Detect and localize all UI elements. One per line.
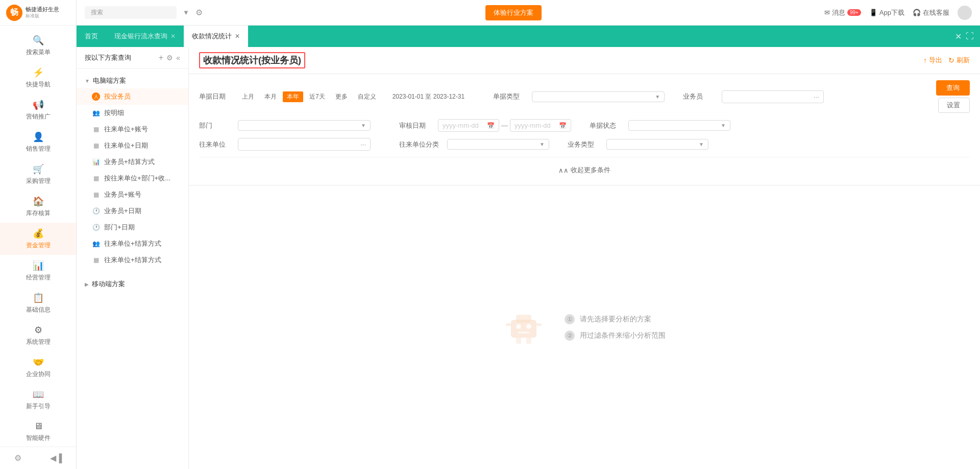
date-tab-more[interactable]: 更多	[331, 91, 352, 102]
quick-nav-icon: ⚡	[33, 67, 44, 78]
app-download-label: App下载	[879, 8, 904, 17]
sidebar-item-purchase[interactable]: 🛒 采购管理	[0, 158, 76, 191]
plan-item-salesman-settlement[interactable]: 📊 业务员+结算方式	[77, 154, 188, 170]
search-menu-icon: 🔍	[33, 35, 44, 46]
empty-hint-2: ② 用过滤条件来缩小分析范围	[565, 331, 666, 341]
sidebar-item-search[interactable]: 🔍 搜索菜单	[0, 30, 76, 62]
plan-table5-icon: ▦	[92, 256, 100, 264]
desktop-group-header[interactable]: ▼ 电脑端方案	[77, 73, 188, 88]
plan-item-salesman-account[interactable]: ▦ 业务员+账号	[77, 186, 188, 203]
tab-bank-close-icon[interactable]: ✕	[170, 33, 176, 40]
doc-status-select[interactable]: ▼	[628, 120, 730, 131]
plan-item-salesman-date[interactable]: 🕐 业务员+日期	[77, 203, 188, 219]
date-label: 单据日期	[199, 92, 230, 101]
plan-item-by-detail[interactable]: 👥 按明细	[77, 105, 188, 121]
filter-row-1: 单据日期 上月 本月 本年 近7天 更多 自定义 2023-01-01 至 20…	[199, 80, 970, 113]
plan-item-by-salesman[interactable]: 人 按业务员	[77, 88, 188, 105]
tab-collection-close-icon[interactable]: ✕	[235, 33, 240, 40]
collapse-up-icon: ∧∧	[558, 167, 569, 174]
settings-plan-icon[interactable]: ⚙	[166, 54, 173, 62]
business-type-select[interactable]: ▼	[606, 139, 708, 150]
sidebar-item-basic[interactable]: 📋 基础信息	[0, 287, 76, 319]
query-button[interactable]: 查询	[936, 80, 970, 96]
plan-item-counterpart-dept[interactable]: ▦ 按往来单位+部门+收...	[77, 170, 188, 186]
collapse-sidebar-icon[interactable]: ◀▐	[50, 453, 62, 463]
plan-item-counterpart-account[interactable]: ▦ 往来单位+账号	[77, 121, 188, 137]
plan-label: 业务员+账号	[104, 190, 141, 199]
date-range-display: 2023-01-01 至 2023-12-31	[393, 92, 464, 101]
filter-row-2: 部门 ▼ 审核日期 yyyy-mm-dd 📅 — yyyy-mm-dd	[199, 119, 970, 132]
salesman-label: 业务员	[683, 92, 714, 101]
service-icon: 🎧	[913, 9, 921, 16]
plan-item-counterpart-date[interactable]: ▦ 往来单位+日期	[77, 137, 188, 154]
sidebar-item-quicknav[interactable]: ⚡ 快捷导航	[0, 62, 76, 94]
plan-item-dept-date[interactable]: 🕐 部门+日期	[77, 219, 188, 236]
review-date-to-input[interactable]: yyyy-mm-dd 📅	[510, 119, 571, 132]
plan-label: 按明细	[104, 108, 124, 118]
date-tab-this-month[interactable]: 本月	[260, 91, 281, 102]
export-button[interactable]: ↑ 导出	[923, 56, 942, 65]
date-tab-last-month[interactable]: 上月	[238, 91, 258, 102]
refresh-icon: ↻	[948, 56, 954, 64]
app-download-button[interactable]: 📱 App下载	[869, 8, 904, 17]
salesman-select[interactable]: ···	[722, 90, 824, 103]
plan-item-counterpart-settlement1[interactable]: 👥 往来单位+结算方式	[77, 236, 188, 252]
search-placeholder: 搜索	[91, 9, 103, 16]
sidebar-item-hardware[interactable]: 🖥 智能硬件	[0, 416, 76, 447]
refresh-label: 刷新	[957, 56, 970, 65]
sidebar-item-system[interactable]: ⚙ 系统管理	[0, 319, 76, 351]
collapse-panel-icon[interactable]: «	[176, 54, 180, 62]
plan-label: 业务员+结算方式	[104, 157, 155, 167]
user-avatar[interactable]	[958, 6, 972, 20]
right-content: 收款情况统计(按业务员) ↑ 导出 ↻ 刷新 单据日期	[189, 47, 980, 469]
plan-salesman-icon: 人	[92, 92, 100, 101]
doc-type-label: 单据类型	[493, 92, 524, 101]
header-left: 搜索 ▼ ⚙	[85, 6, 203, 19]
date-tab-this-year[interactable]: 本年	[283, 91, 303, 102]
plan-item-counterpart-settlement2[interactable]: ▦ 往来单位+结算方式	[77, 252, 188, 268]
messages-button[interactable]: ✉ 消息 99+	[824, 8, 861, 17]
sidebar-item-label: 资金管理	[26, 241, 51, 250]
counterpart-category-select[interactable]: ▼	[447, 139, 549, 150]
add-plan-icon[interactable]: +	[159, 53, 163, 62]
sidebar-item-guide[interactable]: 📖 新手引导	[0, 384, 76, 416]
sidebar-item-marketing[interactable]: 📢 营销推广	[0, 94, 76, 126]
dropdown-arrow-icon[interactable]: ▼	[183, 9, 189, 16]
settings-gear-icon[interactable]: ⚙	[14, 453, 21, 463]
review-date-from-input[interactable]: yyyy-mm-dd 📅	[438, 119, 499, 132]
date-tab-last-7days[interactable]: 近7天	[305, 91, 329, 102]
purchase-icon: 🛒	[33, 163, 44, 175]
sidebar-item-enterprise[interactable]: 🤝 企业协同	[0, 351, 76, 384]
tab-bank[interactable]: 现金银行流水查询 ✕	[106, 26, 184, 47]
plan-table3-icon: ▦	[92, 174, 100, 182]
sidebar-item-business[interactable]: 📊 经营管理	[0, 255, 76, 287]
sidebar-item-label: 智能硬件	[26, 434, 51, 442]
sidebar-item-finance[interactable]: 💰 资金管理	[0, 223, 76, 255]
sidebar-item-sales[interactable]: 👤 销售管理	[0, 126, 76, 158]
doc-status-label: 单据状态	[590, 121, 620, 130]
export-icon: ↑	[923, 56, 927, 64]
tab-close-all-icon[interactable]: ✕	[955, 32, 962, 41]
trial-button[interactable]: 体验行业方案	[485, 5, 542, 20]
plan-detail-icon: 👥	[92, 109, 100, 117]
online-service-button[interactable]: 🎧 在线客服	[913, 8, 949, 17]
plan-label: 业务员+日期	[104, 206, 141, 216]
collapse-button[interactable]: ∧∧ 收起更多条件	[554, 161, 615, 179]
counterpart-select[interactable]: ···	[238, 138, 371, 151]
dept-select[interactable]: ▼	[238, 120, 371, 131]
doc-type-select[interactable]: ▼	[532, 91, 665, 102]
sidebar-item-inventory[interactable]: 🏠 库存核算	[0, 191, 76, 223]
calendar-icon: 📅	[487, 122, 495, 129]
settings-icon[interactable]: ⚙	[195, 8, 203, 17]
mobile-group-label: 移动端方案	[92, 279, 125, 289]
tab-fullscreen-icon[interactable]: ⛶	[966, 32, 974, 41]
date-tab-custom[interactable]: 自定义	[354, 91, 380, 102]
search-box[interactable]: 搜索	[85, 6, 177, 19]
mobile-group-header[interactable]: ▶ 移动端方案	[77, 276, 188, 292]
sidebar-item-label: 采购管理	[26, 177, 51, 185]
refresh-button[interactable]: ↻ 刷新	[948, 56, 970, 65]
tab-home[interactable]: 首页	[77, 26, 106, 47]
sidebar-item-label: 搜索菜单	[26, 48, 51, 57]
settings-button[interactable]: 设置	[938, 98, 970, 113]
tab-collection[interactable]: 收款情况统计 ✕	[184, 26, 248, 47]
